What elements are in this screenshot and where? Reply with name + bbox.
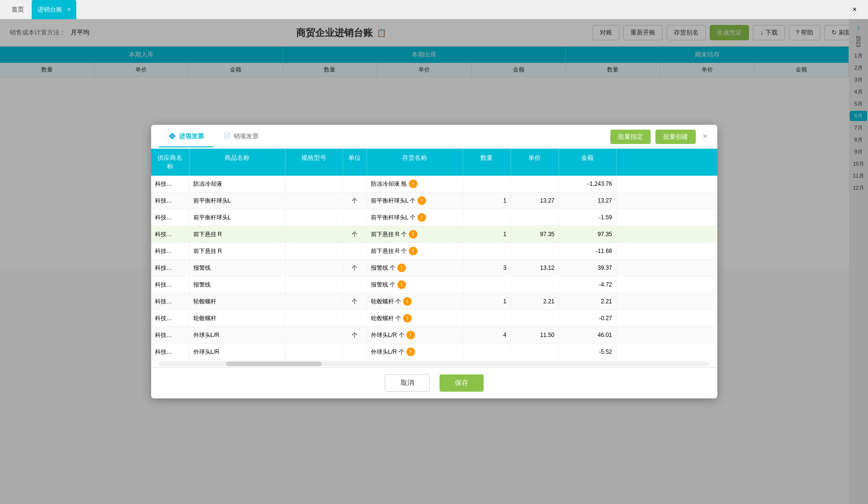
td-supplier: 科技… [151, 311, 190, 326]
td-qty [463, 180, 511, 188]
td-stock: 前平衡杆球头L 个 ! [367, 192, 463, 209]
td-price: 13.27 [511, 193, 559, 208]
td-amount: 39.37 [559, 261, 617, 275]
td-amount: -11.68 [559, 244, 617, 258]
table-row[interactable]: 科技… 轮毂螺杆 个 轮毂螺杆 个 ! 1 2.21 2.21 [151, 293, 717, 310]
td-stock: 前下悬挂 R 个 ! [367, 226, 463, 242]
td-product: 外球头L/R [190, 327, 285, 343]
td-spec [285, 214, 343, 221]
table-row[interactable]: 科技… 外球头L/R 外球头L/R 个 ! -5.52 [151, 344, 717, 360]
tab-active-label: 进销台账 [37, 0, 62, 19]
table-row[interactable]: 科技… 前下悬挂 R 前下悬挂 R 个 ! -11.68 [151, 243, 717, 260]
table-row[interactable]: 科技… 前下悬挂 R 个 前下悬挂 R 个 ! 1 97.35 97.35 [151, 226, 717, 243]
td-unit [343, 281, 367, 288]
td-unit: 个 [343, 327, 367, 343]
td-qty: 3 [463, 261, 511, 275]
td-unit [343, 247, 367, 255]
modal-footer: 取消 保存 [151, 367, 717, 398]
td-qty [463, 314, 511, 322]
td-product: 前下悬挂 R [190, 227, 285, 242]
warning-icon: ! [409, 247, 417, 255]
modal-table: 供应商名称 商品名称 规格型号 单位 存货名称 数量 单价 金额 科技… 防冻冷… [151, 149, 717, 360]
td-product: 前平衡杆球头L [190, 210, 285, 226]
modal-header: 💠 进项发票 📄 销项发票 批量指定 批量创建 × [151, 125, 717, 149]
window-close-button[interactable]: × [845, 0, 864, 19]
main-area: 销售成本计算方法： 月平均 商贸企业进销台账 📋 对账 重新开账 存货别名 生成… [0, 19, 868, 504]
td-stock: 轮毂螺杆 个 ! [367, 310, 463, 326]
warning-icon: ! [397, 264, 406, 272]
cancel-button[interactable]: 取消 [385, 374, 430, 392]
td-unit [343, 214, 367, 221]
td-amount: 2.21 [559, 294, 617, 309]
batch-create-button[interactable]: 批量创建 [655, 130, 696, 144]
td-supplier: 科技… [151, 176, 190, 192]
warning-icon: ! [406, 348, 415, 356]
td-price: 13.12 [511, 261, 559, 275]
td-spec [285, 264, 343, 272]
td-supplier: 科技… [151, 277, 190, 293]
tab-in-icon: 💠 [168, 132, 176, 140]
warning-icon: ! [417, 196, 426, 205]
td-stock: 前平衡杆球头L 个 ! [367, 209, 463, 226]
td-product: 轮毂螺杆 [190, 311, 285, 326]
warning-icon: ! [397, 280, 406, 289]
td-qty: 1 [463, 227, 511, 241]
td-price: 97.35 [511, 227, 559, 241]
td-amount: 46.01 [559, 328, 617, 342]
table-row[interactable]: 科技… 防冻冷却液 防冻冷却液 瓶 ! -1,243.76 [151, 176, 717, 192]
td-price [511, 348, 559, 356]
td-unit [343, 348, 367, 356]
td-product: 前下悬挂 R [190, 243, 285, 259]
warning-icon: ! [417, 213, 426, 222]
table-row[interactable]: 科技… 外球头L/R 个 外球头L/R 个 ! 4 11.50 46.01 [151, 327, 717, 344]
td-amount: 13.27 [559, 193, 617, 208]
tab-close-icon[interactable]: × [67, 0, 71, 19]
td-qty [463, 281, 511, 288]
td-supplier: 科技… [151, 210, 190, 226]
td-price [511, 281, 559, 288]
save-button[interactable]: 保存 [440, 374, 484, 392]
td-price: 2.21 [511, 294, 559, 309]
tab-active[interactable]: 进销台账 × [32, 0, 76, 19]
tab-home[interactable]: 首页 [4, 0, 32, 19]
warning-icon: ! [403, 314, 412, 323]
td-qty: 1 [463, 294, 511, 309]
tab-invoice-out[interactable]: 📄 销项发票 [214, 126, 268, 147]
td-spec [285, 298, 343, 305]
modal-close-button[interactable]: × [701, 130, 710, 144]
td-supplier: 科技… [151, 260, 190, 276]
modal-dialog: 💠 进项发票 📄 销项发票 批量指定 批量创建 × 供应商名称 [151, 125, 717, 398]
td-amount: -1,243.76 [559, 177, 617, 191]
td-stock: 防冻冷却液 瓶 ! [367, 176, 463, 192]
tab-bar: 首页 进销台账 × × [0, 0, 868, 19]
th-product: 商品名称 [190, 149, 285, 176]
td-amount: -4.72 [559, 277, 617, 292]
td-qty [463, 214, 511, 221]
td-unit: 个 [343, 294, 367, 310]
td-price [511, 247, 559, 255]
td-supplier: 科技… [151, 327, 190, 343]
modal-scrollbar[interactable] [159, 361, 710, 366]
tab-invoice-in[interactable]: 💠 进项发票 [159, 126, 214, 147]
modal-rows: 科技… 防冻冷却液 防冻冷却液 瓶 ! -1,243.76 科技… 前平衡杆球头… [151, 176, 717, 360]
modal-scrollbar-thumb[interactable] [226, 361, 322, 366]
table-row[interactable]: 科技… 前平衡杆球头L 前平衡杆球头L 个 ! -1.59 [151, 209, 717, 226]
modal-table-header: 供应商名称 商品名称 规格型号 单位 存货名称 数量 单价 金额 [151, 149, 717, 176]
td-spec [285, 281, 343, 288]
td-price [511, 214, 559, 221]
td-price: 11.50 [511, 328, 559, 342]
table-row[interactable]: 科技… 报警线 报警线 个 ! -4.72 [151, 276, 717, 293]
table-row[interactable]: 科技… 前平衡杆球头L 个 前平衡杆球头L 个 ! 1 13.27 13.27 [151, 192, 717, 209]
td-spec [285, 197, 343, 204]
td-spec [285, 314, 343, 322]
td-spec [285, 331, 343, 339]
modal-overlay: 💠 进项发票 📄 销项发票 批量指定 批量创建 × 供应商名称 [0, 19, 868, 504]
table-row[interactable]: 科技… 报警线 个 报警线 个 ! 3 13.12 39.37 [151, 260, 717, 276]
table-row[interactable]: 科技… 轮毂螺杆 轮毂螺杆 个 ! -0.27 [151, 310, 717, 327]
tab-out-icon: 📄 [223, 132, 231, 140]
modal-action-buttons: 批量指定 批量创建 [610, 130, 696, 144]
th-supplier: 供应商名称 [151, 149, 190, 176]
batch-specify-button[interactable]: 批量指定 [610, 130, 651, 144]
td-qty: 4 [463, 328, 511, 342]
td-unit: 个 [343, 193, 367, 209]
